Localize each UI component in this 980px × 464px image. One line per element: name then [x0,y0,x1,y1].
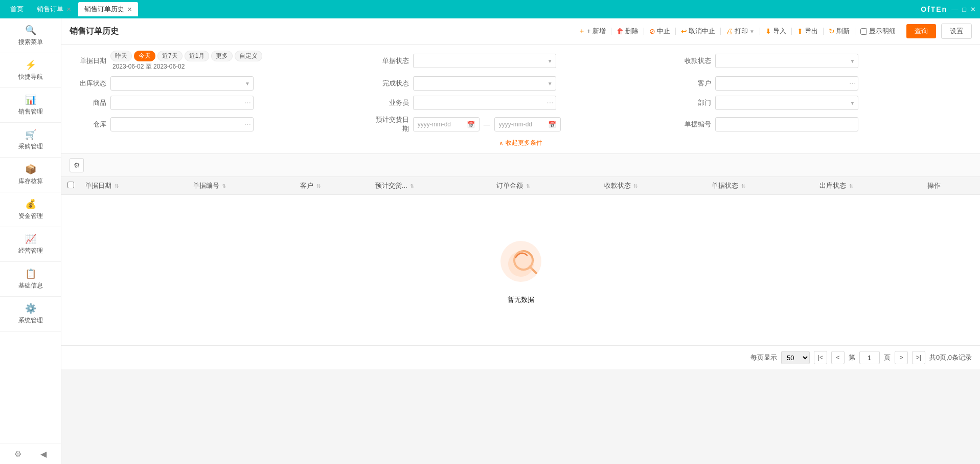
stop-button[interactable]: ⊘ 中止 [649,27,670,36]
filter-order-status-cell: 单据状态 ▼ [372,51,670,71]
refresh-button[interactable]: ↻ 刷新 [829,27,850,36]
table-header-amount[interactable]: 订单金额 ⇅ [491,177,599,195]
tab-home[interactable]: 首页 [4,2,30,16]
toolbar-divider-9 [901,28,901,35]
sidebar-item-sales-mgmt-label: 销售管理 [18,107,43,116]
table-header-payment-status[interactable]: 收款状态 ⇅ [599,177,707,195]
expected-delivery-to[interactable]: yyyy-mm-dd 📅 [494,117,561,131]
sidebar-item-operations-mgmt[interactable]: 📈 经营管理 [0,227,61,262]
display-detail-label: 显示明细 [869,27,896,36]
select-all-checkbox[interactable] [67,182,74,188]
sidebar-settings-icon[interactable]: ⚙ [14,449,21,459]
sidebar-item-inventory[interactable]: 📦 库存核算 [0,158,61,192]
chip-custom[interactable]: 自定义 [235,51,262,61]
chip-today[interactable]: 今天 [134,51,155,61]
empty-state: 暂无数据 [61,195,980,345]
main-layout: 🔍 搜索菜单 ⚡ 快捷导航 📊 销售管理 🛒 采购管理 📦 库存核算 💰 资金管… [0,18,980,464]
print-button[interactable]: 🖨 打印 ▼ [726,27,755,36]
chip-more[interactable]: 更多 [211,51,233,61]
sort-amount-icon: ⇅ [526,183,530,189]
cancel-stop-button[interactable]: ↩ 取消中止 [681,27,715,36]
table-toolbar: ⚙ [61,154,980,177]
product-dots-icon[interactable]: ··· [242,98,253,107]
order-status-select[interactable]: ▼ [413,54,556,68]
table-header-customer[interactable]: 客户 ⇅ [295,177,370,195]
sidebar-item-sales-mgmt[interactable]: 📊 销售管理 [0,88,61,123]
warehouse-dots-icon[interactable]: ··· [242,120,253,129]
search-menu-icon: 🔍 [25,25,36,36]
prev-page-button[interactable]: < [831,351,845,364]
calendar-from-icon: 📅 [467,121,475,128]
order-no-input[interactable] [715,117,858,131]
salesperson-dots-icon[interactable]: ··· [544,98,555,107]
collapse-bar[interactable]: ∧ 收起更多条件 [70,137,972,147]
toolbar-divider-2 [644,28,644,35]
page-size-select[interactable]: 50 10 20 100 [781,351,810,364]
import-label: 导入 [773,27,786,36]
filter-order-no-label: 单据编号 [674,120,715,129]
last-page-button[interactable]: >| [912,351,925,364]
sort-expected-delivery-icon: ⇅ [410,183,414,189]
page-label-after: 页 [884,353,891,362]
tab-sales-order[interactable]: 销售订单 ✕ [31,2,77,16]
sidebar-item-system-mgmt[interactable]: ⚙️ 系统管理 [0,297,61,332]
table-header-date[interactable]: 单据日期 ⇅ [80,177,188,195]
tab-sales-order-history[interactable]: 销售订单历史 ✕ [78,2,138,16]
window-min-btn[interactable]: — [951,6,958,13]
sidebar-item-purchase-mgmt[interactable]: 🛒 采购管理 [0,123,61,158]
filter-department-cell: 部门 ▼ [674,96,972,110]
table-header-delivery-status[interactable]: 出库状态 ⇅ [814,177,922,195]
tab-sales-order-history-close[interactable]: ✕ [127,6,132,13]
payment-status-arrow-icon: ▼ [850,58,855,64]
filter-completion-status-label: 完成状态 [372,79,413,88]
tab-sales-order-close[interactable]: ✕ [66,6,71,13]
sidebar-item-funds-mgmt[interactable]: 💰 资金管理 [0,192,61,227]
date-range-display: 2023-06-02 至 2023-06-02 [112,62,262,71]
expected-delivery-to-placeholder: yyyy-mm-dd [499,121,532,128]
data-table: 单据日期 ⇅ 单据编号 ⇅ 客户 ⇅ 预计交货... [61,177,980,195]
filter-order-status-label: 单据状态 [372,56,413,65]
table-header-order-status[interactable]: 单据状态 ⇅ [706,177,814,195]
window-close-btn[interactable]: ✕ [970,6,976,13]
page-number-input[interactable] [859,351,880,364]
completion-status-select[interactable]: ▼ [413,76,556,91]
query-button[interactable]: 查询 [906,24,936,38]
next-page-button[interactable]: > [895,351,908,364]
settings-button[interactable]: 设置 [941,24,972,39]
display-detail-checkbox-wrapper[interactable]: 显示明细 [860,27,896,36]
completion-status-arrow-icon: ▼ [548,81,553,86]
first-page-button[interactable]: |< [814,351,827,364]
chip-last7days[interactable]: 近7天 [157,51,183,61]
department-select[interactable]: ▼ [715,96,858,110]
filter-order-no-cell: 单据编号 [674,115,972,134]
expected-delivery-from[interactable]: yyyy-mm-dd 📅 [413,117,480,131]
chip-last1month[interactable]: 近1月 [185,51,210,61]
delivery-status-select[interactable]: ▼ [110,76,254,91]
table-header-expected-delivery[interactable]: 预计交货... ⇅ [370,177,491,195]
toolbar-divider-7 [823,28,824,35]
import-button[interactable]: ⬇ 导入 [765,27,786,36]
display-detail-checkbox[interactable] [860,28,867,35]
window-max-btn[interactable]: □ [962,6,966,13]
sidebar-item-quick-nav[interactable]: ⚡ 快捷导航 [0,53,61,88]
sidebar-collapse-icon[interactable]: ◀ [40,449,47,459]
table-header-no[interactable]: 单据编号 ⇅ [188,177,295,195]
filter-expected-delivery-cell: 预计交货日期 yyyy-mm-dd 📅 — yyyy-mm-dd 📅 [372,115,670,134]
export-button[interactable]: ⬆ 导出 [797,27,818,36]
customer-dots-icon[interactable]: ··· [847,79,858,88]
delete-button[interactable]: 🗑 删除 [617,27,639,36]
table-header-customer-label: 客户 [300,182,313,189]
sidebar-item-search-menu[interactable]: 🔍 搜索菜单 [0,18,61,53]
filter-customer-label: 客户 [674,79,715,88]
chip-yesterday[interactable]: 昨天 [110,51,132,61]
toolbar-divider-3 [675,28,676,35]
table-settings-button[interactable]: ⚙ [70,158,84,172]
svg-point-3 [508,251,534,277]
sort-customer-icon: ⇅ [316,183,321,189]
add-button[interactable]: ＋ + 新增 [578,27,606,36]
stop-icon: ⊘ [649,27,655,35]
payment-status-select[interactable]: ▼ [715,54,858,68]
sidebar-item-basic-info[interactable]: 📋 基础信息 [0,262,61,297]
filter-department-label: 部门 [674,98,715,107]
basic-info-icon: 📋 [25,268,36,279]
